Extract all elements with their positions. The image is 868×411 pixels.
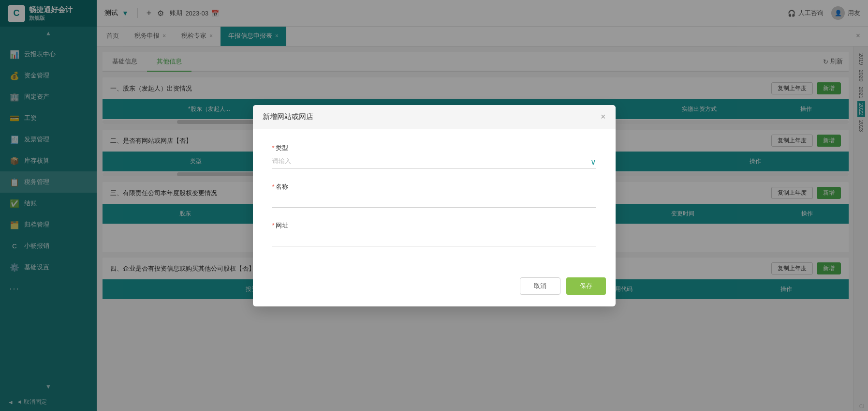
url-input-wrapper (272, 233, 596, 246)
required-star-url: * (272, 222, 275, 229)
save-button[interactable]: 保存 (566, 277, 606, 295)
name-label-text: 名称 (276, 183, 288, 191)
form-field-name: * 名称 (272, 183, 596, 208)
url-input[interactable] (272, 233, 596, 244)
type-label: * 类型 (272, 144, 596, 152)
form-field-type: * 类型 ∨ (272, 144, 596, 169)
modal-close-btn[interactable]: × (601, 112, 606, 122)
cancel-button[interactable]: 取消 (520, 277, 560, 295)
name-input-wrapper (272, 194, 596, 208)
url-label: * 网址 (272, 221, 596, 230)
type-input-wrapper: ∨ (272, 155, 596, 169)
url-label-text: 网址 (276, 221, 288, 230)
type-input[interactable] (272, 155, 596, 167)
name-input[interactable] (272, 194, 596, 205)
name-label: * 名称 (272, 183, 596, 191)
required-star-name: * (272, 183, 275, 190)
modal-header: 新增网站或网店 × (253, 105, 616, 129)
add-website-modal: 新增网站或网店 × * 类型 ∨ * 名称 (253, 105, 616, 306)
modal-title: 新增网站或网店 (263, 112, 313, 122)
modal-body: * 类型 ∨ * 名称 * (253, 129, 616, 270)
required-star-type: * (272, 144, 275, 152)
dropdown-chevron[interactable]: ∨ (590, 157, 596, 167)
modal-overlay[interactable]: 新增网站或网店 × * 类型 ∨ * 名称 (0, 0, 868, 411)
form-field-url: * 网址 (272, 221, 596, 246)
modal-footer: 取消 保存 (253, 270, 616, 306)
type-label-text: 类型 (276, 144, 288, 152)
